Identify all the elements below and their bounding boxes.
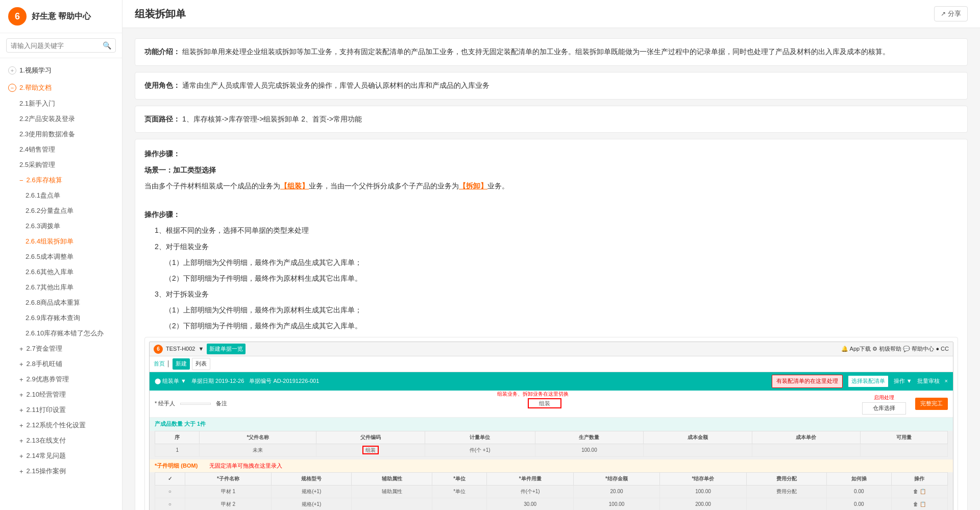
mock-select-bom-btn: 选择装配清单 bbox=[848, 375, 889, 387]
mock-warehouse-row: * 经手人 备注 组装 组装业务、拆卸业务在这里切换 启用处理 仓库选择 bbox=[150, 391, 953, 418]
sidebar-item-214[interactable]: + 2.14常见问题 bbox=[0, 448, 122, 464]
sidebar-item-265[interactable]: 2.6.5成本调整单 bbox=[0, 249, 122, 264]
sidebar-item-267[interactable]: 2.6.7其他出库单 bbox=[0, 280, 122, 295]
plus-icon-211: + bbox=[19, 406, 23, 414]
mock-new-btn: 新建 bbox=[173, 358, 190, 370]
search-icon[interactable]: 🔍 bbox=[103, 41, 111, 50]
sidebar-item-268[interactable]: 2.6.8商品成本重算 bbox=[0, 295, 122, 310]
user-role-block: 使用角色： 通常由生产人员或库管人员完成拆装业务的操作，库管人员确认原材料的出库… bbox=[135, 72, 968, 100]
steps-title: 操作步骤： bbox=[144, 150, 180, 158]
sidebar-item-27[interactable]: + 2.7资金管理 bbox=[0, 341, 122, 356]
nav-group-2: − 2.帮助文档 2.1新手入门 2.2产品安装及登录 2.3使用前数据准备 2… bbox=[0, 80, 122, 479]
step3: 3、对于拆装业务 bbox=[144, 288, 958, 301]
mock-new-doc-btn: 新建单据一览 bbox=[207, 344, 246, 355]
page-title: 组装拆卸单 bbox=[135, 7, 186, 21]
step2: 2、对于组装业务 bbox=[144, 240, 958, 253]
mock-list-btn: 列表 bbox=[192, 358, 210, 370]
sidebar-item-213[interactable]: + 2.13在线支付 bbox=[0, 433, 122, 448]
mock-app-logo: 6 bbox=[154, 345, 163, 354]
logo-icon: 6 bbox=[8, 7, 27, 26]
step1: 1、根据不同的业务，选择不同单据的类型来处理 bbox=[144, 224, 958, 237]
path-text: 1、库存核算->库存管理->组装拆卸单 2、首页->常用功能 bbox=[182, 115, 362, 123]
step3-1: （1）上部明细为父件明细，最终作为原材料生成其它出库单； bbox=[144, 304, 958, 317]
ann3-container: 启用处理 仓库选择 bbox=[862, 393, 906, 415]
steps-block: 操作步骤： 场景一：加工类型选择 当由多个子件材料组装成一个成品的业务为【组装】… bbox=[135, 139, 968, 510]
mock-form-header: ⬤ 组装单 ▼ 单据日期 2019-12-26 单据编号 AD-20191226… bbox=[150, 372, 953, 391]
search-area: 🔍 bbox=[0, 33, 122, 58]
nav-list: + 1.视频学习 − 2.帮助文档 2.1新手入门 2.2产品安装及登录 2.3… bbox=[0, 58, 122, 510]
sidebar-item-269[interactable]: 2.6.9库存账本查询 bbox=[0, 310, 122, 326]
logo-area: 6 好生意 帮助中心 bbox=[0, 0, 122, 33]
sidebar-item-help-docs[interactable]: − 2.帮助文档 bbox=[0, 80, 122, 96]
ann2-text: 组装业务、拆卸业务在这里切换 bbox=[497, 390, 569, 399]
scene1-desc: 当由多个子件材料组装成一个成品的业务为【组装】业务，当由一个父件拆分成多个子产品… bbox=[144, 180, 958, 192]
mock-screenshot: 6 TEST-H002 ▼ 新建单据一览 🔔 App下载 ⚙ 初级帮助 💬 帮助… bbox=[149, 342, 953, 510]
function-intro-label: 功能介绍： bbox=[144, 47, 180, 56]
sidebar-item-29[interactable]: + 2.9优惠券管理 bbox=[0, 372, 122, 387]
highlight-assembly: 【组装】 bbox=[280, 182, 309, 190]
mock-lower-table: ✓ *子件名称 规格型号 辅助属性 *单位 *单件用量 *结存金额 *结存单价 … bbox=[155, 472, 948, 510]
sidebar-item-25[interactable]: 2.5采购管理 bbox=[0, 157, 122, 173]
content-area: 功能介绍： 组装拆卸单用来处理企业组装或拆卸等加工业务，支持有固定装配清单的产品… bbox=[122, 28, 980, 510]
search-box[interactable]: 🔍 bbox=[6, 38, 116, 53]
share-button[interactable]: ↗ 分享 bbox=[934, 6, 968, 21]
sidebar-item-215[interactable]: + 2.15操作案例 bbox=[0, 464, 122, 479]
step3-2: （2）下部明细为子件明细，最终作为产成品生成其它入库单。 bbox=[144, 320, 958, 332]
sidebar-item-261[interactable]: 2.6.1盘点单 bbox=[0, 188, 122, 203]
sidebar-item-2610[interactable]: 2.6.10库存账本错了怎么办 bbox=[0, 326, 122, 341]
plus-icon: + bbox=[8, 66, 16, 75]
minus-icon: − bbox=[8, 84, 16, 92]
mock-warehouse-input: 仓库选择 bbox=[862, 402, 906, 415]
user-role-label: 使用角色： bbox=[144, 81, 180, 89]
minus-icon-26: − bbox=[19, 177, 23, 184]
sidebar-item-21[interactable]: 2.1新手入门 bbox=[0, 96, 122, 111]
sidebar-item-22[interactable]: 2.2产品安装及登录 bbox=[0, 111, 122, 127]
function-intro-text: 组装拆卸单用来处理企业组装或拆卸等加工业务，支持有固定装配清单的产品加工业务，也… bbox=[182, 47, 890, 56]
user-role-text: 通常由生产人员或库管人员完成拆装业务的操作，库管人员确认原材料的出库和产成品的入… bbox=[182, 81, 489, 89]
sidebar-item-24[interactable]: 2.4销售管理 bbox=[0, 142, 122, 157]
mock-nav-bar: 首页 │ 新建 列表 bbox=[150, 356, 953, 372]
page-path-block: 页面路径： 1、库存核算->库存管理->组装拆卸单 2、首页->常用功能 bbox=[135, 106, 968, 133]
step2-2: （2）下部明细为子件明细，最终作为原材料生成其它出库单。 bbox=[144, 272, 958, 285]
nav-sub-list-2: 2.1新手入门 2.2产品安装及登录 2.3使用前数据准备 2.4销售管理 2.… bbox=[0, 96, 122, 479]
sidebar-item-26[interactable]: − 2.6库存核算 bbox=[0, 173, 122, 188]
plus-icon-214: + bbox=[19, 452, 23, 460]
share-icon: ↗ bbox=[941, 10, 946, 17]
sidebar-item-28[interactable]: + 2.8手机旺铺 bbox=[0, 356, 122, 372]
sidebar-item-video[interactable]: + 1.视频学习 bbox=[0, 62, 122, 79]
nav-group-1: + 1.视频学习 bbox=[0, 62, 122, 79]
path-label: 页面路径： bbox=[144, 115, 180, 123]
logo-text: 好生意 帮助中心 bbox=[32, 11, 91, 22]
plus-icon-213: + bbox=[19, 437, 23, 445]
function-intro-block: 功能介绍： 组装拆卸单用来处理企业组装或拆卸等加工业务，支持有固定装配清单的产品… bbox=[135, 38, 968, 66]
sidebar-item-262[interactable]: 2.6.2分量盘点单 bbox=[0, 203, 122, 218]
screenshot-container: 6 TEST-H002 ▼ 新建单据一览 🔔 App下载 ⚙ 初级帮助 💬 帮助… bbox=[144, 337, 958, 510]
plus-icon-27: + bbox=[19, 345, 23, 353]
search-input[interactable] bbox=[11, 42, 103, 50]
sidebar-item-23[interactable]: 2.3使用前数据准备 bbox=[0, 127, 122, 142]
plus-icon-29: + bbox=[19, 376, 23, 383]
sidebar-item-266[interactable]: 2.6.6其他入库单 bbox=[0, 264, 122, 280]
ann4-text: 无固定清单可拖拽在这里录入 bbox=[209, 463, 282, 469]
scene1-label: 场景一：加工类型选择 bbox=[144, 166, 216, 174]
sidebar-item-211[interactable]: + 2.11打印设置 bbox=[0, 402, 122, 418]
mock-form-type: ⬤ 组装单 ▼ bbox=[155, 376, 186, 386]
mock-assembly-toggle: 组装 bbox=[528, 398, 561, 408]
sidebar-item-264[interactable]: 2.6.4组装拆卸单 bbox=[0, 234, 122, 249]
main-content: 组装拆卸单 ↗ 分享 功能介绍： 组装拆卸单用来处理企业组装或拆卸等加工业务，支… bbox=[122, 0, 980, 510]
plus-icon-210: + bbox=[19, 391, 23, 399]
ann2-container: 组装 组装业务、拆卸业务在这里切换 bbox=[528, 399, 561, 409]
mock-app-topbar: 6 TEST-H002 ▼ 新建单据一览 🔔 App下载 ⚙ 初级帮助 💬 帮助… bbox=[150, 342, 953, 357]
sidebar-item-210[interactable]: + 2.10经营管理 bbox=[0, 387, 122, 402]
top-bar: 组装拆卸单 ↗ 分享 bbox=[122, 0, 980, 28]
sidebar-item-263[interactable]: 2.6.3调拨单 bbox=[0, 218, 122, 234]
mock-confirm-btn: 完整完工 bbox=[915, 398, 948, 410]
mock-upper-section-label: 产成品数量 大于 1件 bbox=[150, 418, 953, 431]
mock-app-title: TEST-H002 bbox=[166, 344, 195, 354]
sidebar-item-212[interactable]: + 2.12系统个性化设置 bbox=[0, 418, 122, 433]
plus-icon-28: + bbox=[19, 360, 23, 368]
ops-steps-label: 操作步骤： bbox=[144, 210, 180, 218]
highlight-disassembly: 【拆卸】 bbox=[459, 182, 487, 190]
ann1-text: 有装配清单的在这里处理 bbox=[772, 375, 843, 388]
ann3-text: 启用处理 bbox=[874, 393, 894, 402]
